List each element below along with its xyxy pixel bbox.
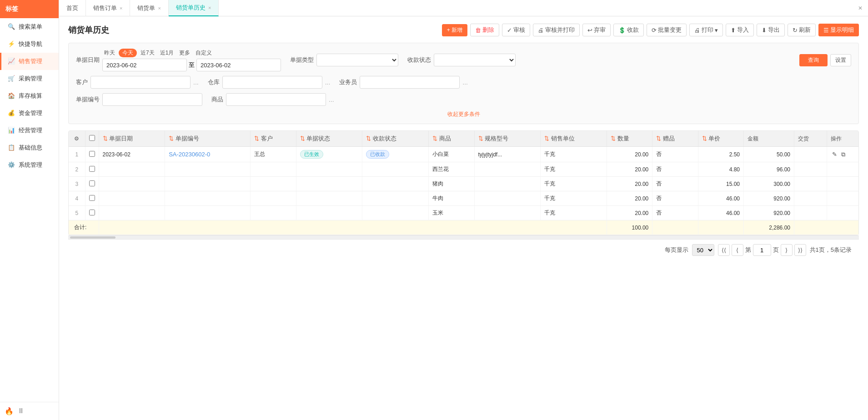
customer-dots[interactable]: ...: [193, 79, 199, 86]
row-select-checkbox[interactable]: [89, 195, 95, 201]
row-select-checkbox[interactable]: [89, 210, 95, 215]
tab-sales-history[interactable]: 销货单历史 ×: [169, 0, 219, 16]
row-doc-date: [99, 206, 165, 220]
date-to-input[interactable]: [196, 59, 281, 71]
page-first-button[interactable]: ⟨⟨: [718, 244, 730, 256]
sidebar-item-quick-nav[interactable]: ⚡ 快捷导航: [0, 35, 59, 53]
doc-num-input[interactable]: [102, 93, 202, 106]
product-dots[interactable]: ...: [329, 96, 334, 103]
doc-num-link[interactable]: SA-20230602-0: [169, 151, 210, 158]
customer-input[interactable]: [90, 76, 191, 89]
col-doc-num[interactable]: ⇅ 单据编号: [165, 131, 251, 147]
row-collect-status: [362, 206, 429, 220]
refresh-button[interactable]: ↻ 刷新: [788, 24, 816, 36]
product-input[interactable]: [226, 93, 326, 106]
sidebar-item-search-menu[interactable]: 🔍 搜索菜单: [0, 18, 59, 35]
batch-change-button[interactable]: ⟳ 批量变更: [647, 24, 687, 36]
row-select-checkbox[interactable]: [89, 166, 95, 172]
footer-qty-total: 100.00: [607, 220, 652, 235]
shortcut-7days[interactable]: 近7天: [139, 49, 156, 57]
abandon-button[interactable]: ↩ 弃审: [582, 24, 611, 36]
filter-customer: 客户 ...: [76, 76, 199, 89]
col-unit[interactable]: ⇅ 销售单位: [541, 131, 607, 147]
page-next-button[interactable]: ⟩: [781, 244, 793, 256]
import-button[interactable]: ⬆ 导入: [726, 24, 754, 36]
collect-status-select[interactable]: [434, 54, 516, 66]
page-prev-button[interactable]: ⟨: [732, 244, 743, 256]
col-doc-date[interactable]: ⇅ 单据日期: [99, 131, 165, 147]
page-last-button[interactable]: ⟩⟩: [794, 244, 806, 256]
horizontal-scrollbar[interactable]: [68, 235, 859, 239]
col-gift[interactable]: ⇅ 赠品: [652, 131, 698, 147]
new-button[interactable]: + 新增: [442, 24, 467, 36]
shortcut-1month[interactable]: 近1月: [158, 49, 176, 57]
tab-sales-order[interactable]: 销售订单 ×: [86, 0, 130, 16]
page-size-label: 每页显示: [665, 246, 688, 254]
collect-button[interactable]: 💲 收款: [613, 24, 644, 36]
warehouse-input[interactable]: [222, 76, 322, 89]
page-num-input[interactable]: [753, 244, 771, 256]
doc-type-select[interactable]: [316, 54, 398, 66]
print-button[interactable]: 🖨 打印 ▾: [689, 24, 723, 36]
sidebar-item-inventory[interactable]: 🏠 库存核算: [0, 87, 59, 105]
col-settings[interactable]: ⚙: [69, 131, 85, 147]
audit-button[interactable]: ✓ 审核: [502, 24, 530, 36]
row-amount: 96.00: [744, 162, 794, 177]
col-product[interactable]: ⇅ 商品: [429, 131, 474, 147]
row-select-checkbox[interactable]: [89, 180, 95, 186]
shortcut-today[interactable]: 今天: [119, 49, 137, 57]
row-action: [827, 177, 858, 191]
col-collect-status[interactable]: ⇅ 收款状态: [362, 131, 429, 147]
filter-more: 收起更多条件: [76, 110, 851, 118]
salesperson-input[interactable]: [360, 76, 460, 89]
tab-sales-order-close[interactable]: ×: [120, 5, 122, 11]
shortcut-yesterday[interactable]: 昨天: [102, 49, 117, 57]
sidebar-item-sales-mgmt[interactable]: 📈 销售管理: [0, 53, 59, 70]
row-num: 5: [69, 206, 85, 220]
page-size-select[interactable]: 50: [692, 244, 714, 256]
col-spec[interactable]: ⇅ 规格型号: [474, 131, 541, 147]
chart-icon: 📈: [8, 58, 15, 65]
col-qty[interactable]: ⇅ 数量: [607, 131, 652, 147]
col-unit-price[interactable]: ⇅ 单价: [698, 131, 743, 147]
col-customer[interactable]: ⇅ 客户: [251, 131, 296, 147]
settings-filter-button[interactable]: 设置: [830, 54, 851, 66]
row-doc-status: [296, 206, 362, 220]
fire-icon[interactable]: 🔥: [5, 407, 14, 415]
delete-button[interactable]: 🗑 删除: [470, 24, 499, 36]
product-label: 商品: [211, 95, 223, 104]
col-doc-status[interactable]: ⇅ 单据状态: [296, 131, 362, 147]
edit-button[interactable]: ✎: [831, 150, 838, 158]
shortcut-more[interactable]: 更多: [177, 49, 192, 57]
filter-product: 商品 ...: [211, 93, 334, 106]
scroll-thumb[interactable]: [70, 236, 115, 239]
query-button[interactable]: 查询: [799, 54, 828, 66]
tab-sales-delivery-close[interactable]: ×: [158, 5, 161, 11]
warehouse-dots[interactable]: ...: [325, 79, 331, 86]
select-all-checkbox[interactable]: [89, 135, 95, 141]
sidebar-item-finance-mgmt[interactable]: 💰 资金管理: [0, 105, 59, 122]
row-select-checkbox[interactable]: [89, 151, 95, 157]
filter-doc-num: 单据编号: [76, 93, 202, 106]
tabs-bar: 首页 销售订单 × 销货单 × 销货单历史 × ✕: [59, 0, 868, 16]
tabs-close-all[interactable]: ✕: [853, 5, 868, 11]
sidebar-item-operation-mgmt[interactable]: 📊 经营管理: [0, 122, 59, 139]
date-from-input[interactable]: [102, 59, 187, 71]
copy-button[interactable]: ⧉: [840, 150, 847, 158]
show-detail-button[interactable]: ☰ 显示明细: [818, 24, 859, 36]
salesperson-dots[interactable]: ...: [462, 79, 468, 86]
sidebar-item-purchase-mgmt[interactable]: 🛒 采购管理: [0, 70, 59, 87]
filter-collect-status: 收款状态: [407, 54, 516, 66]
tab-sales-history-close[interactable]: ×: [208, 5, 211, 10]
shortcut-custom[interactable]: 自定义: [194, 49, 214, 57]
audit-print-button[interactable]: 🖨 审核并打印: [533, 24, 580, 36]
export-button[interactable]: ⬇ 导出: [757, 24, 785, 36]
tab-sales-delivery[interactable]: 销货单 ×: [130, 0, 168, 16]
row-collect-status: 已收款: [362, 147, 429, 162]
sidebar-item-system-mgmt[interactable]: ⚙️ 系统管理: [0, 156, 59, 174]
filter-row-1: 单据日期 昨天 今天 近7天 近1月 更多 自定义: [76, 49, 851, 71]
pause-icon[interactable]: ⏸: [17, 407, 25, 415]
collapse-btn[interactable]: 收起更多条件: [447, 111, 480, 117]
sidebar-item-basic-info[interactable]: 📋 基础信息: [0, 139, 59, 156]
tab-home[interactable]: 首页: [59, 0, 86, 16]
